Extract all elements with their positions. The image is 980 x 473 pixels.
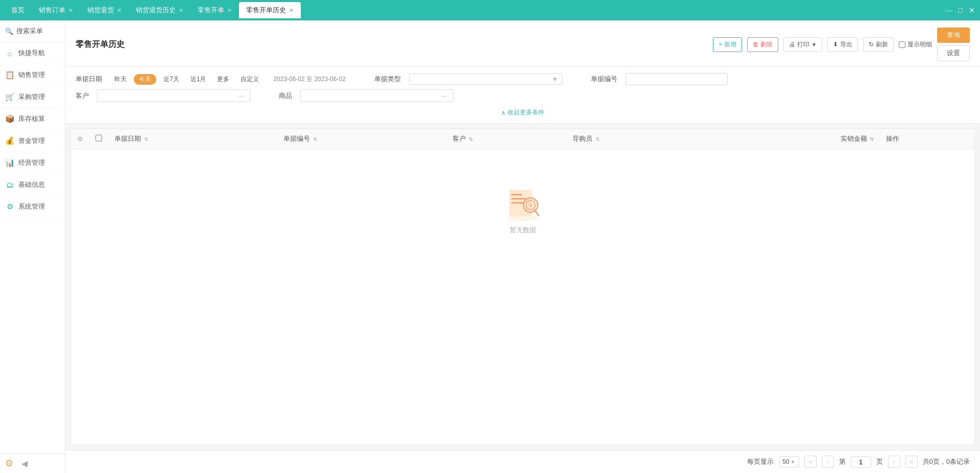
table-settings-icon[interactable]: ⚙ — [77, 135, 83, 143]
customer-ellipsis-btn[interactable]: ··· — [236, 92, 246, 99]
empty-text: 暂无数据 — [510, 226, 536, 235]
window-controls: — □ ✕ — [945, 6, 975, 14]
tab-home[interactable]: 首页 — [4, 2, 32, 18]
page-label: 第 — [839, 457, 846, 466]
tab-retail-history[interactable]: 零售开单历史 ✕ — [239, 2, 301, 18]
export-label: 导出 — [840, 40, 852, 49]
shortcut-yesterday[interactable]: 昨天 — [110, 74, 131, 85]
filter-area: 单据日期 昨天 今天 近7天 近1月 更多 自定义 2023-06-02 至 2… — [65, 67, 980, 123]
tab-sales-order-close[interactable]: ✕ — [68, 7, 73, 14]
sidebar-settings-icon[interactable]: ⚙ — [5, 458, 13, 469]
minimize-btn[interactable]: — — [945, 6, 952, 14]
svg-rect-4 — [511, 202, 524, 204]
export-button[interactable]: ⬇ 导出 — [827, 37, 858, 52]
tab-return-history-label: 销货退货历史 — [136, 6, 176, 15]
filter-row-2: 客户 ··· 商品 ··· — [76, 89, 970, 102]
customer-select[interactable]: ··· — [97, 89, 250, 102]
sidebar-item-operations[interactable]: 📊 经营管理 — [0, 152, 65, 174]
query-button[interactable]: 查询 — [937, 28, 970, 43]
next-page-btn[interactable]: › — [888, 456, 900, 468]
tab-retail-history-close[interactable]: ✕ — [289, 7, 294, 14]
delete-button[interactable]: 🗑 删除 — [747, 37, 778, 52]
goods-label: 商品 — [279, 91, 292, 101]
first-page-btn[interactable]: « — [804, 456, 817, 468]
sidebar-item-inventory[interactable]: 📦 库存核算 — [0, 108, 65, 130]
maximize-btn[interactable]: □ — [959, 6, 963, 14]
tab-retail-history-label: 零售开单历史 — [246, 6, 286, 15]
print-dropdown-icon: ▼ — [811, 42, 817, 47]
refresh-label: 刷新 — [876, 40, 888, 49]
shortcut-7days[interactable]: 近7天 — [159, 74, 183, 85]
table-header-row: ⚙ 单据日期 ⇅ 单据编号 ⇅ — [71, 129, 974, 149]
close-btn[interactable]: ✕ — [969, 6, 975, 14]
page-input[interactable] — [851, 456, 871, 468]
tab-retail-order[interactable]: 零售开单 ✕ — [190, 2, 239, 18]
shortcut-custom[interactable]: 自定义 — [236, 74, 263, 85]
sidebar-item-system-label: 系统管理 — [18, 202, 45, 211]
tab-sales-return[interactable]: 销货退货 ✕ — [80, 2, 129, 18]
tab-retail-order-close[interactable]: ✕ — [227, 7, 232, 14]
col-actions-label: 操作 — [886, 135, 899, 142]
shortcut-today[interactable]: 今天 — [134, 74, 156, 85]
sidebar-item-sales[interactable]: 📋 销售管理 — [0, 64, 65, 86]
per-page-select[interactable]: 50 ▼ — [779, 456, 799, 467]
shortcut-more[interactable]: 更多 — [213, 74, 233, 85]
sales-icon: 📋 — [5, 70, 14, 80]
col-customer-label: 客户 — [452, 135, 466, 142]
col-salesperson-sort[interactable]: ⇅ — [595, 136, 600, 142]
col-date-sort[interactable]: ⇅ — [144, 136, 148, 142]
page-header: 零售开单历史 + 新增 🗑 删除 🖨 打印 ▼ ⬇ 导出 ↻ 刷新 — [65, 20, 980, 67]
filter-settings-button[interactable]: 设置 — [937, 45, 970, 61]
date-label: 单据日期 — [76, 74, 102, 84]
doc-type-select[interactable]: ▼ — [409, 73, 562, 85]
col-actions: 操作 — [880, 129, 974, 149]
sidebar-item-operations-label: 经营管理 — [18, 158, 45, 167]
sidebar-item-quicknav[interactable]: ⌂ 快捷导航 — [0, 42, 65, 64]
tab-sales-order[interactable]: 销售订单 ✕ — [32, 2, 80, 18]
col-docno-sort[interactable]: ⇅ — [313, 136, 317, 142]
tab-return-history-close[interactable]: ✕ — [179, 7, 183, 14]
sidebar-item-sales-label: 销售管理 — [18, 70, 45, 80]
empty-illustration — [500, 180, 546, 226]
sidebar-item-purchase[interactable]: 🛒 采购管理 — [0, 86, 65, 108]
svg-rect-3 — [511, 198, 527, 200]
date-shortcuts: 昨天 今天 近7天 近1月 更多 自定义 — [110, 74, 263, 85]
doc-no-input[interactable] — [626, 73, 728, 85]
select-all-checkbox[interactable] — [95, 135, 102, 141]
display-detail-checkbox[interactable] — [899, 41, 905, 48]
collapse-bar[interactable]: ∧ 收起更多条件 — [76, 106, 970, 117]
page-suffix: 页 — [876, 457, 883, 466]
per-page-label: 每页显示 — [747, 457, 774, 466]
toolbar: + 新增 🗑 删除 🖨 打印 ▼ ⬇ 导出 ↻ 刷新 显示明细 — [713, 28, 970, 61]
goods-select[interactable]: ··· — [300, 89, 453, 102]
display-detail-label: 显示明细 — [907, 40, 932, 49]
sidebar-item-system[interactable]: ⚙ 系统管理 — [0, 196, 65, 218]
tab-return-history[interactable]: 销货退货历史 ✕ — [129, 2, 190, 18]
add-button[interactable]: + 新增 — [713, 37, 742, 52]
prev-page-btn[interactable]: ‹ — [822, 456, 834, 468]
doc-type-dropdown-icon: ▼ — [552, 76, 558, 82]
inventory-icon: 📦 — [5, 114, 14, 123]
sidebar-item-finance[interactable]: 💰 资金管理 — [0, 130, 65, 152]
collapse-icon: ∧ — [501, 109, 506, 116]
finance-icon: 💰 — [5, 136, 14, 145]
sidebar-collapse-icon[interactable]: ◀ — [21, 459, 28, 468]
tab-sales-return-close[interactable]: ✕ — [117, 7, 122, 14]
shortcut-1month[interactable]: 近1月 — [186, 74, 210, 85]
col-docno: 单据编号 ⇅ — [277, 129, 446, 149]
goods-ellipsis-btn[interactable]: ··· — [439, 92, 449, 99]
sidebar-search-label: 搜索采单 — [16, 27, 43, 36]
col-amount-sort[interactable]: ⇅ — [870, 136, 874, 142]
print-button[interactable]: 🖨 打印 ▼ — [783, 37, 822, 52]
per-page-dropdown-icon: ▼ — [791, 459, 796, 465]
col-customer-sort[interactable]: ⇅ — [469, 136, 473, 142]
sidebar-item-basicinfo[interactable]: 🗂 基础信息 — [0, 174, 65, 196]
search-icon: 🔍 — [5, 28, 13, 35]
sidebar: 🔍 搜索采单 ⌂ 快捷导航 📋 销售管理 🛒 采购管理 📦 库存核算 💰 资金管… — [0, 20, 65, 473]
display-detail-wrap[interactable]: 显示明细 — [899, 40, 932, 49]
sidebar-search[interactable]: 🔍 搜索采单 — [0, 20, 65, 42]
last-page-btn[interactable]: » — [905, 456, 918, 468]
refresh-button[interactable]: ↻ 刷新 — [863, 37, 894, 52]
total-label: 共0页，0条记录 — [923, 457, 970, 466]
purchase-icon: 🛒 — [5, 92, 14, 102]
